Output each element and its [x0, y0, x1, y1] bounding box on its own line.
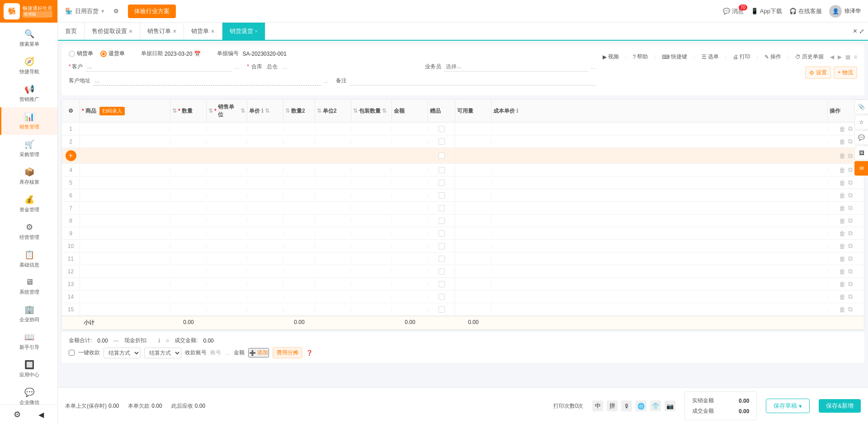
delete-row-icon[interactable]: 🗑 [839, 167, 845, 174]
delete-row-icon[interactable]: 🗑 [839, 243, 845, 250]
settle-method-select[interactable]: 结算方式 [104, 348, 141, 358]
td-product[interactable] [80, 231, 170, 236]
td-gift[interactable] [428, 136, 455, 147]
taskbar-icon-2[interactable]: 拼 [607, 400, 618, 411]
delete-row-icon[interactable]: 🗑 [839, 281, 845, 288]
sidebar-item-system[interactable]: 🖥 系统管理 [0, 273, 57, 300]
td-product[interactable] [80, 295, 170, 299]
warehouse-more-icon[interactable]: … [282, 64, 288, 70]
note-input[interactable] [349, 76, 596, 86]
toolbar-keyboard[interactable]: ⌨ 快捷键 [659, 52, 690, 62]
next-doc-icon[interactable]: ▶ [838, 54, 842, 60]
customer-input[interactable] [85, 62, 232, 71]
td-gift[interactable] [428, 124, 455, 134]
copy-row-icon[interactable]: ⧉ [848, 242, 853, 250]
gift-checkbox[interactable] [439, 152, 445, 159]
save-draft-btn[interactable]: 保存草稿 ▾ [766, 399, 810, 413]
toolbar-edit[interactable]: ✎ 操作 [762, 52, 784, 62]
gift-checkbox[interactable] [439, 268, 445, 275]
address-more-icon[interactable]: … [323, 78, 329, 84]
gift-checkbox[interactable] [439, 281, 445, 287]
sidebar-item-promo[interactable]: 📢 营销推广 [0, 80, 57, 107]
sidebar-collapse-icon[interactable]: ◀ [38, 410, 44, 419]
logistics-btn[interactable]: + 物流 [834, 67, 857, 79]
td-product[interactable] [80, 269, 170, 274]
topbar-settings-btn[interactable]: ⚙ [110, 6, 123, 16]
view-grid-icon[interactable]: ▦ [845, 54, 850, 60]
copy-row-icon[interactable]: ⧉ [848, 217, 853, 224]
sidebar-item-quicknav[interactable]: 🧭 快捷导航 [0, 52, 57, 80]
td-gift[interactable] [428, 165, 455, 176]
td-gift[interactable] [428, 215, 455, 226]
td-gift[interactable] [428, 291, 455, 302]
toolbar-print[interactable]: 🖨 打印 [730, 52, 753, 62]
taskbar-icon-5[interactable]: 👕 [650, 400, 661, 411]
copy-row-icon[interactable]: ⧉ [848, 138, 853, 145]
tab-maximize-icon[interactable]: ⤢ [859, 28, 864, 35]
copy-row-icon[interactable]: ⧉ [848, 204, 853, 212]
td-product[interactable] [80, 168, 170, 172]
copy-row-icon[interactable]: ⧉ [848, 166, 853, 174]
td-product[interactable] [80, 193, 170, 198]
topbar-daily-goods[interactable]: 🏪 日用百货 ▾ [65, 7, 104, 15]
toolbar-video[interactable]: ▶ 视频 [600, 52, 622, 62]
gift-checkbox[interactable] [439, 138, 445, 145]
right-panel-btn-1[interactable]: 📎 [854, 100, 868, 114]
close-sales-delivery-tab[interactable] [211, 28, 214, 35]
tab-close-all-icon[interactable]: × [853, 27, 857, 35]
delete-row-icon[interactable]: 🗑 [839, 179, 845, 186]
delete-row-icon[interactable]: 🗑 [839, 217, 845, 224]
td-gift[interactable] [428, 177, 455, 188]
settings-btn[interactable]: ⚙ 设置 [805, 67, 831, 79]
sidebar-item-sales[interactable]: 📊 销售管理 [0, 107, 57, 135]
sidebar-settings-icon[interactable]: ⚙ [14, 410, 21, 419]
address-input[interactable] [93, 76, 321, 86]
copy-row-icon[interactable]: ⧉ [848, 125, 853, 133]
toolbar-select[interactable]: ☰ 选单 [699, 52, 722, 62]
calc-method-select[interactable]: 结算方式 [144, 348, 181, 358]
close-price-settings-tab[interactable] [129, 28, 132, 35]
taskbar-icon-4[interactable]: 🌐 [636, 400, 646, 411]
tab-sales-order[interactable]: 销售订单 [140, 23, 184, 40]
exp-btn[interactable]: 体验行业方案 [128, 5, 176, 18]
td-gift[interactable] [428, 228, 455, 239]
td-gift[interactable] [428, 190, 455, 201]
salesman-input[interactable] [444, 62, 588, 71]
taskbar-icon-3[interactable]: 🎙 [621, 400, 632, 411]
delete-row-icon[interactable]: 🗑 [839, 192, 845, 199]
td-gift[interactable] [428, 150, 455, 161]
prev-doc-icon[interactable]: ◀ [830, 54, 834, 60]
td-gift[interactable] [428, 203, 455, 214]
gift-checkbox[interactable] [439, 294, 445, 300]
delete-row-icon[interactable]: 🗑 [839, 293, 845, 300]
copy-row-icon[interactable]: ⧉ [848, 179, 853, 186]
gift-checkbox[interactable] [439, 230, 445, 237]
tab-price-settings[interactable]: 售价提取设置 [85, 23, 140, 40]
sidebar-item-wechat[interactable]: 💬 企业微信 [0, 383, 57, 405]
fee-split-btn[interactable]: 费用分摊 [273, 347, 302, 358]
close-sales-order-tab[interactable] [173, 28, 176, 35]
add-btn[interactable]: ➕ 添加 [248, 348, 269, 357]
td-gift[interactable] [428, 279, 455, 290]
product-input[interactable] [82, 152, 168, 159]
td-product[interactable] [80, 206, 170, 210]
delete-row-icon[interactable]: 🗑 [839, 230, 845, 237]
sidebar-item-search[interactable]: 搜索菜单 [0, 24, 57, 52]
copy-row-icon[interactable]: ⧉ [848, 255, 853, 262]
gift-checkbox[interactable] [439, 243, 445, 249]
td-product[interactable] [80, 244, 170, 248]
save-new-btn[interactable]: 保存&新增 [819, 399, 861, 413]
taskbar-icon-1[interactable]: 中 [592, 400, 603, 411]
delete-row-icon[interactable]: 🗑 [839, 125, 845, 133]
gift-checkbox[interactable] [439, 180, 445, 186]
scan-btn[interactable]: 扫码录入 [99, 107, 125, 115]
add-row-btn[interactable]: + [66, 150, 76, 161]
tab-home[interactable]: 首页 [58, 23, 85, 40]
gift-checkbox[interactable] [439, 306, 445, 313]
right-panel-btn-5[interactable]: ✉ [854, 161, 868, 176]
customer-more-icon[interactable]: … [234, 64, 240, 70]
delete-row-icon[interactable]: 🗑 [839, 205, 845, 212]
gift-checkbox[interactable] [439, 192, 445, 199]
td-product[interactable] [80, 282, 170, 286]
radio-sales-delivery[interactable]: 销货单 [69, 50, 93, 57]
